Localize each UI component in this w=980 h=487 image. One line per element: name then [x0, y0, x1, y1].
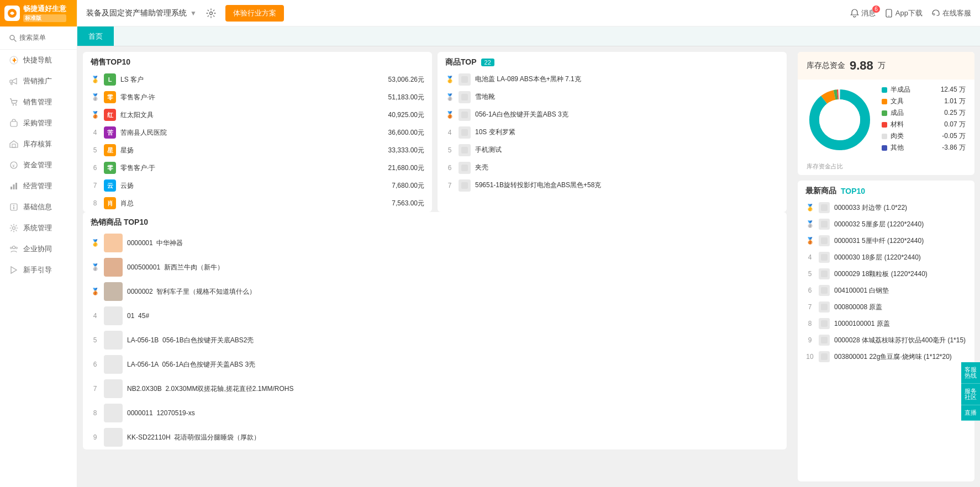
svg-line-2	[14, 39, 17, 41]
app-download-item[interactable]: App下载	[884, 8, 923, 18]
svg-point-20	[10, 247, 12, 249]
product-sale-row-4: 4 10S 变利罗紧	[438, 124, 787, 141]
float-btn-community[interactable]: 服务社区	[961, 384, 980, 405]
product-img-1	[459, 73, 471, 86]
sidebar-item-system[interactable]: 系统管理	[0, 218, 77, 239]
products-header: 商品TOP 22	[438, 52, 787, 71]
search-menu-btn[interactable]: 搜索菜单	[6, 31, 71, 45]
logo-text: 畅捷通好生意 标准版	[23, 4, 66, 22]
new-product-img-10	[819, 351, 830, 362]
top-two-panels: 销售TOP10 🥇 L LS 客户 53,006.26元 🥈 零 零售客户·许	[83, 52, 787, 212]
hot-item-2: 🥈 000500001 新西兰牛肉（新牛）	[83, 255, 787, 279]
product-img-5	[459, 144, 471, 156]
settings-icon	[9, 223, 19, 233]
notifications-item[interactable]: 消息 6	[850, 8, 876, 18]
products-panel: 商品TOP 22 🥇 电池盖 LA-089 ABS本色+黑种 7.1克 🥈	[438, 52, 787, 212]
avatar-8: 肖	[104, 197, 116, 209]
new-product-img-4	[819, 252, 830, 263]
svg-rect-39	[821, 204, 828, 211]
sidebar-item-enterprise[interactable]: 企业协同	[0, 239, 77, 260]
inventory-legend: 半成品 12.45 万 文具 1.01 万 成品 0.25 万	[882, 85, 966, 155]
logo-icon	[4, 6, 20, 21]
sidebar-item-purchase[interactable]: 采购管理	[0, 113, 77, 134]
avatar-7: 云	[104, 179, 116, 192]
sidebar-item-quick[interactable]: 快捷导航	[0, 50, 77, 71]
hot-item-9: 9 KK-SD22110H 花语萌假温分腿睡袋（厚款）	[83, 425, 787, 449]
float-btn-live[interactable]: 直播	[961, 405, 980, 421]
product-sale-row-5: 5 手机测试	[438, 141, 787, 159]
customers-header: 销售TOP10	[83, 52, 432, 71]
product-sale-row-7: 7 59651-1B旋转投影灯电池盒ABS黑色+58克	[438, 177, 787, 194]
tab-home[interactable]: 首页	[77, 27, 114, 46]
new-products-panel: 最新商品 TOP10 🥇 0000033 封边带 (1.0*22) 🥈 0000…	[798, 181, 974, 481]
svg-point-7	[15, 104, 17, 105]
customer-service-item[interactable]: 在线客服	[931, 8, 971, 18]
legend-other: 其他 -3.86 万	[882, 143, 966, 152]
sidebar-item-basic[interactable]: 基础信息	[0, 197, 77, 218]
avatar-1: L	[104, 73, 116, 86]
customers-panel: 销售TOP10 🥇 L LS 客户 53,006.26元 🥈 零 零售客户·许	[83, 52, 432, 212]
svg-point-21	[16, 247, 18, 249]
float-btn-service[interactable]: 客服热线	[961, 362, 980, 384]
sidebar-logo: 畅捷通好生意 标准版	[0, 0, 77, 27]
sidebar-item-sales[interactable]: 销售管理	[0, 92, 77, 113]
hot-item-1: 🥇 0000001 中华神器	[83, 231, 787, 255]
svg-point-6	[13, 104, 14, 105]
new-product-4: 4 0000030 18多层 (1220*2440)	[798, 249, 974, 266]
hot-img-1	[104, 234, 123, 252]
group-icon	[9, 244, 19, 254]
donut-chart	[807, 87, 873, 153]
inventory-body: 半成品 12.45 万 文具 1.01 万 成品 0.25 万	[798, 80, 974, 160]
new-product-img-7	[819, 301, 830, 313]
customer-row-4: 4 苦 苦南县人民医院 36,600.00元	[83, 124, 432, 141]
product-sale-row-1: 🥇 电池盖 LA-089 ABS本色+黑种 7.1克	[438, 71, 787, 88]
hot-img-2	[104, 258, 123, 277]
sidebar-search[interactable]: 搜索菜单	[0, 27, 77, 50]
hot-item-5: 5 LA-056-1B 056-1B白色按键开关底ABS2壳	[83, 328, 787, 352]
avatar-5: 星	[104, 144, 116, 156]
new-product-3: 🥉 0000031 5厘中纤 (1220*2440)	[798, 232, 974, 249]
product-sale-row-2: 🥈 雪地靴	[438, 88, 787, 106]
hot-img-8	[104, 404, 123, 422]
new-product-img-3	[819, 235, 830, 246]
svg-rect-14	[15, 183, 17, 189]
svg-point-25	[933, 13, 935, 15]
left-panels: 销售TOP10 🥇 L LS 客户 53,006.26元 🥈 零 零售客户·许	[77, 46, 792, 487]
svg-rect-46	[821, 320, 828, 327]
svg-rect-42	[821, 254, 828, 261]
svg-rect-12	[10, 187, 12, 189]
tab-bar: 首页	[77, 27, 980, 46]
content-area: 销售TOP10 🥇 L LS 客户 53,006.26元 🥈 零 零售客户·许	[77, 46, 980, 487]
hot-item-4: 4 01 45#	[83, 304, 787, 328]
sidebar-item-finance[interactable]: ¥ 资金管理	[0, 155, 77, 176]
hot-img-4	[104, 306, 123, 325]
product-img-6	[459, 162, 471, 174]
hot-img-5	[104, 331, 123, 350]
sidebar-item-operations[interactable]: 经营管理	[0, 176, 77, 197]
new-product-8: 8 10000100001 原盖	[798, 315, 974, 332]
sidebar-item-marketing[interactable]: 营销推广	[0, 71, 77, 92]
legend-finished: 成品 0.25 万	[882, 108, 966, 118]
dropdown-icon[interactable]: ▼	[190, 9, 197, 17]
cart-icon	[9, 97, 19, 107]
sidebar-item-guide[interactable]: 新手引导	[0, 260, 77, 280]
float-buttons: 客服热线 服务社区 直播	[961, 362, 980, 421]
customer-row-6: 6 零 零售客户·于 21,680.00元	[83, 159, 432, 177]
svg-rect-29	[461, 129, 468, 136]
guide-icon	[9, 265, 19, 275]
legend-stationery: 文具 1.01 万	[882, 97, 966, 106]
product-img-4	[459, 126, 471, 139]
svg-rect-27	[461, 94, 468, 100]
svg-rect-9	[12, 144, 15, 147]
gear-button[interactable]	[203, 6, 219, 21]
rank-medal-silver: 🥈	[91, 93, 99, 101]
trial-button[interactable]: 体验行业方案	[225, 5, 284, 22]
sidebar-item-inventory[interactable]: 库存核算	[0, 134, 77, 155]
svg-rect-4	[10, 80, 12, 83]
customer-row-7: 7 云 云扬 7,680.00元	[83, 177, 432, 194]
system-title: 装备及固定资产辅助管理系统 ▼	[86, 8, 197, 18]
new-product-9: 9 0000028 体城荔枝味苏打饮品400毫升 (1*15)	[798, 332, 974, 348]
new-product-img-6	[819, 285, 830, 296]
header-right: 消息 6 App下载 在线客服	[850, 8, 971, 18]
svg-rect-41	[821, 237, 828, 244]
